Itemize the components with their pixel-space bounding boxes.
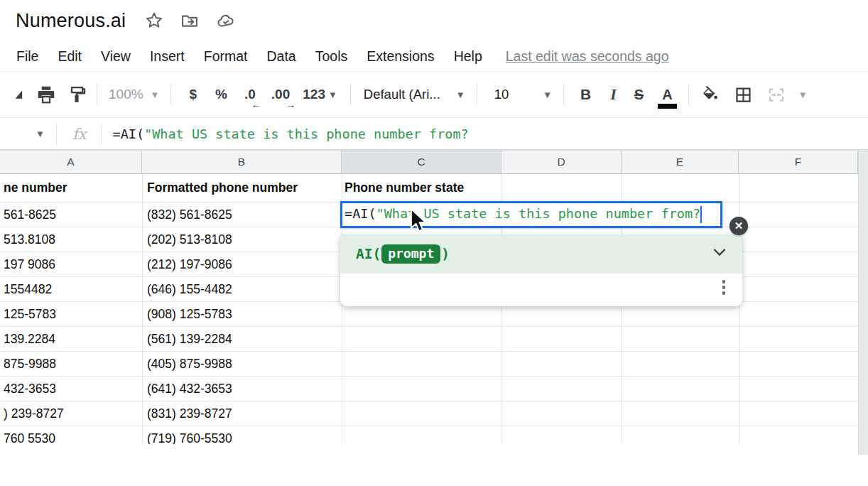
more-formats-button[interactable]: 123▼ bbox=[303, 87, 337, 102]
hint-footer-row bbox=[340, 274, 742, 306]
function-hint-popup: AI(prompt) bbox=[340, 234, 742, 306]
cell-b10[interactable]: (831) 239-8727 bbox=[142, 401, 341, 426]
text-caret bbox=[700, 206, 702, 223]
cell-b6[interactable]: (908) 125-5783 bbox=[142, 302, 341, 326]
chevron-down-icon[interactable] bbox=[712, 247, 727, 260]
formula-prefix: =AI( bbox=[113, 126, 145, 141]
more-options-icon[interactable] bbox=[722, 280, 726, 295]
col-header-d[interactable]: D bbox=[501, 150, 622, 174]
cell-b5[interactable]: (646) 155-4482 bbox=[142, 277, 341, 301]
last-edit-status[interactable]: Last edit was seconds ago bbox=[506, 48, 669, 65]
text-color-button[interactable]: A bbox=[662, 87, 672, 103]
edit-formula-prefix: =AI( bbox=[345, 206, 376, 221]
chevron-down-icon[interactable]: ▼ bbox=[798, 90, 808, 99]
decrease-decimal-button[interactable]: .0← bbox=[244, 87, 256, 102]
cell-b3[interactable]: (202) 513-8108 bbox=[142, 227, 341, 252]
bold-button[interactable]: B bbox=[580, 86, 591, 103]
increase-decimal-button[interactable]: .00→ bbox=[271, 87, 290, 102]
cell-b2[interactable]: (832) 561-8625 bbox=[142, 202, 341, 227]
font-name-value: Default (Ari... bbox=[364, 87, 440, 102]
titlebar: Numerous.ai bbox=[0, 0, 868, 41]
cell-b9[interactable]: (641) 432-3653 bbox=[142, 377, 341, 401]
formula-bar: ▼ fx =AI("What US state is this phone nu… bbox=[0, 119, 868, 150]
borders-icon[interactable] bbox=[734, 85, 753, 104]
print-icon[interactable] bbox=[36, 84, 57, 105]
name-box-chevron-icon[interactable]: ▼ bbox=[36, 129, 45, 139]
toolbar-divider bbox=[350, 84, 351, 105]
cell-a5[interactable]: 1554482 bbox=[0, 277, 141, 301]
vertical-scrollbar[interactable] bbox=[858, 150, 868, 455]
toolbar-divider bbox=[97, 84, 97, 105]
chevron-down-icon: ▼ bbox=[456, 90, 465, 99]
menu-help[interactable]: Help bbox=[454, 48, 482, 65]
cell-a2[interactable]: 561-8625 bbox=[0, 202, 141, 227]
col-header-b[interactable]: B bbox=[142, 150, 342, 174]
cell-a3[interactable]: 513.8108 bbox=[0, 227, 141, 252]
table-header-row: ne number Formatted phone number Phone n… bbox=[0, 174, 858, 202]
menu-file[interactable]: File bbox=[16, 48, 38, 65]
table-row: 760 5530(719) 760-5530 bbox=[0, 426, 858, 444]
cell-b7[interactable]: (561) 139-2284 bbox=[142, 327, 341, 351]
strikethrough-button[interactable]: S bbox=[634, 87, 644, 103]
close-icon[interactable]: ✕ bbox=[729, 217, 748, 235]
col-header-e[interactable]: E bbox=[622, 150, 739, 174]
cell-a7[interactable]: 139.2284 bbox=[0, 327, 141, 351]
zoom-value: 100% bbox=[109, 87, 143, 102]
star-icon[interactable] bbox=[144, 11, 164, 31]
cell-a6[interactable]: 125-5783 bbox=[0, 302, 141, 326]
menu-format[interactable]: Format bbox=[204, 48, 248, 65]
hint-argument-chip: prompt bbox=[381, 244, 440, 264]
menu-tools[interactable]: Tools bbox=[315, 48, 348, 65]
mouse-cursor bbox=[408, 208, 430, 237]
move-folder-icon[interactable] bbox=[180, 11, 200, 31]
fill-color-icon[interactable] bbox=[700, 85, 720, 104]
menu-view[interactable]: View bbox=[101, 48, 131, 65]
font-size-value: 10 bbox=[494, 87, 509, 102]
menubar: File Edit View Insert Format Data Tools … bbox=[0, 41, 868, 71]
table-row: 432-3653(641) 432-3653 bbox=[0, 377, 858, 401]
cell-a11[interactable]: 760 5530 bbox=[0, 426, 141, 444]
menu-insert[interactable]: Insert bbox=[150, 48, 185, 65]
spreadsheet-app: Numerous.ai File Edit View Insert Format… bbox=[0, 0, 868, 486]
hint-close-paren: ) bbox=[441, 246, 450, 262]
italic-button[interactable]: I bbox=[610, 85, 617, 104]
paint-format-icon[interactable] bbox=[67, 85, 87, 104]
cell-a1[interactable]: ne number bbox=[0, 174, 141, 202]
cell-b1[interactable]: Formatted phone number bbox=[142, 174, 341, 202]
col-header-a[interactable]: A bbox=[0, 150, 142, 174]
formula-input[interactable]: =AI("What US state is this phone number … bbox=[113, 126, 469, 141]
partial-icon bbox=[14, 90, 23, 99]
cell-c1[interactable]: Phone number state bbox=[342, 174, 501, 202]
cell-a9[interactable]: 432-3653 bbox=[0, 377, 141, 401]
function-signature-row[interactable]: AI(prompt) bbox=[340, 234, 742, 274]
toolbar: 100% ▼ $ % .0← .00→ 123▼ Default (Ari...… bbox=[0, 71, 868, 118]
chevron-down-icon: ▼ bbox=[328, 90, 337, 99]
font-size-select[interactable]: 10 ▼ bbox=[494, 87, 552, 102]
cell-b11[interactable]: (719) 760-5530 bbox=[142, 426, 341, 444]
toolbar-divider bbox=[688, 84, 689, 105]
format-currency-button[interactable]: $ bbox=[189, 87, 197, 102]
cell-a8[interactable]: 875-9988 bbox=[0, 352, 141, 376]
zoom-control[interactable]: 100% ▼ bbox=[109, 87, 159, 102]
toolbar-divider bbox=[170, 84, 171, 105]
menu-edit[interactable]: Edit bbox=[58, 48, 82, 65]
menu-extensions[interactable]: Extensions bbox=[367, 48, 434, 65]
active-cell-editor[interactable]: =AI("What US state is this phone number … bbox=[340, 201, 722, 228]
table-row: ) 239-8727(831) 239-8727 bbox=[0, 401, 858, 426]
format-percent-button[interactable]: % bbox=[215, 87, 227, 102]
cell-a4[interactable]: 197 9086 bbox=[0, 252, 141, 276]
close-glyph: ✕ bbox=[734, 220, 744, 232]
chevron-down-icon: ▼ bbox=[543, 90, 552, 99]
cell-b4[interactable]: (212) 197-9086 bbox=[142, 252, 341, 276]
col-header-c[interactable]: C bbox=[342, 150, 501, 174]
cell-a10[interactable]: ) 239-8727 bbox=[0, 401, 141, 426]
formula-bar-divider bbox=[56, 124, 57, 145]
document-title[interactable]: Numerous.ai bbox=[16, 10, 126, 32]
toolbar-divider bbox=[563, 84, 564, 105]
cell-b8[interactable]: (405) 875-9988 bbox=[142, 352, 341, 376]
hint-function-name: AI( bbox=[356, 246, 381, 262]
menu-data[interactable]: Data bbox=[267, 48, 296, 65]
table-row: 139.2284(561) 139-2284 bbox=[0, 327, 858, 352]
font-family-select[interactable]: Default (Ari... ▼ bbox=[364, 87, 465, 102]
col-header-f[interactable]: F bbox=[739, 150, 858, 174]
